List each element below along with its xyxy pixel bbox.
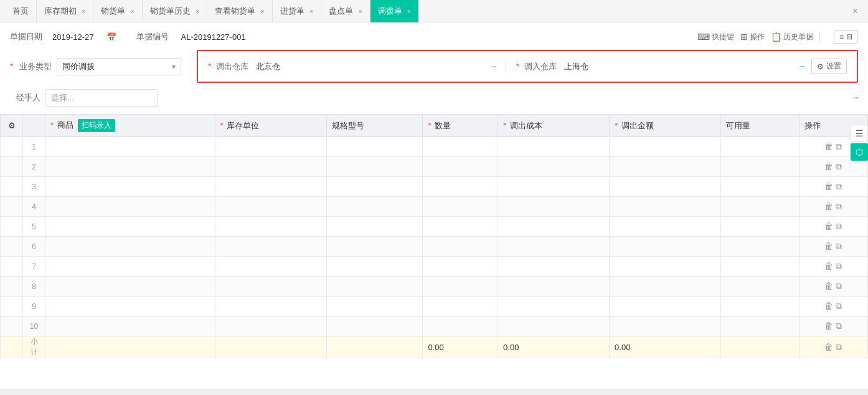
transfer-in-value[interactable]: 上海仓 [564,61,588,72]
transfer-out-value[interactable]: 北京仓 [256,61,280,72]
calendar-icon[interactable]: 📅 [106,32,116,42]
cell-available-4[interactable] [721,197,800,217]
cell-spec-3[interactable] [326,177,423,197]
tab-close-purchase-order[interactable]: × [309,7,313,15]
operation-button[interactable]: ⊞ 操作 [740,32,765,42]
cell-cost-7[interactable] [498,257,610,277]
cell-amount-9[interactable] [610,297,721,316]
transfer-out-dots-button[interactable]: ··· [491,61,496,72]
copy-icon[interactable]: ⧉ [836,201,842,211]
tab-close-sales-history[interactable]: × [196,7,199,15]
cell-cost-3[interactable] [498,177,610,197]
cell-available-5[interactable] [721,217,800,237]
cell-product-1[interactable] [45,137,215,157]
tab-sales-history[interactable]: 销货单历史× [143,0,207,22]
cell-product-10[interactable] [45,316,215,336]
shortcut-button[interactable]: ⌨ 快捷键 [697,32,734,42]
tab-sales-order[interactable]: 销货单× [93,0,142,22]
copy-icon[interactable]: ⧉ [836,261,842,271]
copy-icon[interactable]: ⧉ [836,221,842,231]
cell-qty-9[interactable] [423,297,498,316]
cell-available-3[interactable] [721,177,800,197]
cell-unit-9[interactable] [215,297,326,316]
cell-product-7[interactable] [45,257,215,277]
cell-spec-7[interactable] [326,257,423,277]
cell-available-6[interactable] [721,237,800,257]
cell-cost-5[interactable] [498,217,610,237]
tab-close-inventory-check[interactable]: × [358,7,362,15]
cell-available-7[interactable] [721,257,800,277]
copy-icon[interactable]: ⧉ [836,321,842,331]
tab-close-transfer[interactable]: × [407,7,411,15]
delete-icon[interactable]: 🗑 [824,181,833,191]
delete-icon[interactable]: 🗑 [824,201,833,211]
list-float-button[interactable]: ☰ [851,125,868,142]
copy-icon[interactable]: ⧉ [836,281,842,291]
cell-unit-8[interactable] [215,277,326,297]
tab-inventory-check[interactable]: 盘点单× [321,0,370,22]
cell-unit-10[interactable] [215,316,326,336]
cell-product-2[interactable] [45,157,215,177]
person-select[interactable]: 选择... [45,89,158,107]
delete-icon[interactable]: 🗑 [824,301,833,311]
cell-amount-10[interactable] [610,316,721,336]
cell-unit-1[interactable] [215,137,326,157]
cell-amount-1[interactable] [610,137,721,157]
copy-icon[interactable]: ⧉ [836,241,842,251]
tab-view-sales[interactable]: 查看销货单× [207,0,272,22]
business-type-select[interactable]: 同价调拨 ▾ [57,58,181,75]
delete-icon[interactable]: 🗑 [824,221,833,231]
cell-product-3[interactable] [45,177,215,197]
cell-amount-7[interactable] [610,257,721,277]
cell-available-10[interactable] [721,316,800,336]
delete-icon[interactable]: 🗑 [824,161,833,171]
cell-spec-8[interactable] [326,277,423,297]
tab-close-view-sales[interactable]: × [260,7,264,15]
delete-icon[interactable]: 🗑 [824,141,833,151]
cell-amount-2[interactable] [610,157,721,177]
cell-unit-6[interactable] [215,237,326,257]
th-settings[interactable]: ⚙ [1,115,23,137]
section-settings-button[interactable]: ⚙ 设置 [811,59,847,74]
delete-icon[interactable]: 🗑 [824,321,833,331]
copy-icon[interactable]: ⧉ [836,181,842,191]
cell-qty-6[interactable] [423,237,498,257]
cell-spec-5[interactable] [326,217,423,237]
copy-icon[interactable]: ⧉ [836,301,842,311]
cell-cost-8[interactable] [498,277,610,297]
cell-spec-2[interactable] [326,157,423,177]
cell-amount-8[interactable] [610,277,721,297]
cell-qty-10[interactable] [423,316,498,336]
copy-icon[interactable]: ⧉ [836,161,842,171]
cell-unit-5[interactable] [215,217,326,237]
cell-cost-2[interactable] [498,157,610,177]
cell-amount-4[interactable] [610,197,721,217]
transfer-in-dots-button[interactable]: ··· [800,61,804,72]
cell-available-8[interactable] [721,277,800,297]
cell-qty-4[interactable] [423,197,498,217]
cell-cost-9[interactable] [498,297,610,316]
delete-icon[interactable]: 🗑 [824,342,833,352]
tab-home[interactable]: 首页 [5,0,37,22]
cell-unit-2[interactable] [215,157,326,177]
cell-spec-10[interactable] [326,316,423,336]
cell-qty-2[interactable] [423,157,498,177]
cell-spec-4[interactable] [326,197,423,217]
person-dots-button[interactable]: ··· [854,92,858,103]
delete-icon[interactable]: 🗑 [824,281,833,291]
tab-close-sales-order[interactable]: × [130,7,134,15]
delete-icon[interactable]: 🗑 [824,241,833,251]
copy-icon[interactable]: ⧉ [836,342,842,352]
cell-qty-1[interactable] [423,137,498,157]
cell-product-5[interactable] [45,217,215,237]
cell-spec-9[interactable] [326,297,423,316]
cell-amount-3[interactable] [610,177,721,197]
expand-float-button[interactable]: ⬡ [851,143,868,161]
horizontal-scrollbar[interactable] [0,389,868,395]
cell-amount-6[interactable] [610,237,721,257]
cell-cost-1[interactable] [498,137,610,157]
cell-product-4[interactable] [45,197,215,217]
cell-product-8[interactable] [45,277,215,297]
scan-button[interactable]: 扫码录入 [78,119,115,132]
copy-icon[interactable]: ⧉ [836,141,842,151]
